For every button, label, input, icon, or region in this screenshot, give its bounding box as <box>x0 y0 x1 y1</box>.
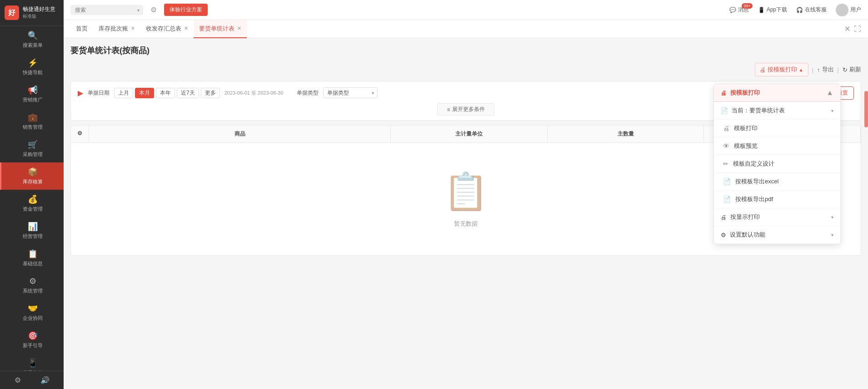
date-btn-上月[interactable]: 上月 <box>114 88 133 98</box>
sidebar-icon-finance: 💰 <box>28 194 38 204</box>
dropdown-close-icon[interactable]: ▲ <box>826 89 833 97</box>
sidebar-label-system: 系统管理 <box>23 288 43 294</box>
print-button[interactable]: 🖨 按模板打印 ▲ <box>755 63 808 76</box>
app-download-label: App下载 <box>767 6 787 14</box>
set-default-item[interactable]: ⚙ 设置默认功能 ▾ <box>714 226 840 244</box>
date-btn-本月[interactable]: 本月 <box>135 88 154 98</box>
sidebar-icon-shortcut: ⚡ <box>28 58 38 68</box>
search-input[interactable] <box>70 5 143 15</box>
topbar: ⚙ 体验行业方案 💬 消息 99+ 📱 App下载 🎧 在线客服 用户 <box>64 0 868 20</box>
tab-receipt_summary[interactable]: 收发存汇总表✕ <box>140 20 194 38</box>
print-dropdown-title: 🖨 按模板打印 <box>721 89 760 97</box>
type-select[interactable]: 单据类型 <box>323 87 378 98</box>
tab-inventory_batch[interactable]: 库存批次账✕ <box>93 20 140 38</box>
refresh-button[interactable]: ↻ 刷新 <box>843 66 861 74</box>
sidebar-item-newbie[interactable]: 🎯新手引导 <box>0 326 64 354</box>
tab-label-receipt_summary: 收发存汇总表 <box>146 25 181 33</box>
tab-label-order_summary: 要货单统计表 <box>199 25 234 33</box>
export-button[interactable]: ↑ 导出 <box>817 66 834 74</box>
display-print-item[interactable]: 🖨 按显示打印 ▾ <box>714 208 840 226</box>
settings-icon[interactable]: ⚙ <box>15 376 21 384</box>
display-print-left: 🖨 按显示打印 <box>721 213 760 221</box>
date-btn-本年[interactable]: 本年 <box>156 88 175 98</box>
online-service-label: 在线客服 <box>805 6 827 14</box>
sidebar-item-marketing[interactable]: 📢营销推广 <box>0 81 64 108</box>
sidebar-item-basic[interactable]: 📋基础信息 <box>0 244 64 272</box>
speaker-icon[interactable]: 🔊 <box>40 376 50 384</box>
type-select-wrap: 单据类型 <box>323 87 378 98</box>
sidebar-label-enterprise: 企业协同 <box>23 315 43 322</box>
notification-item[interactable]: 💬 消息 99+ <box>729 6 749 14</box>
sidebar-item-search[interactable]: 🔍搜索菜单 <box>0 26 64 53</box>
maximize-window-icon[interactable]: ⛶ <box>854 25 861 33</box>
divider-2: | <box>838 66 839 73</box>
scroll-indicator[interactable] <box>864 91 868 127</box>
current-template-item[interactable]: 📄 当前：要货单统计表 ▾ <box>714 102 840 120</box>
export-label: 导出 <box>822 66 834 74</box>
set-default-left: ⚙ 设置默认功能 <box>721 231 765 239</box>
sidebar-item-finance[interactable]: 💰资金管理 <box>0 190 64 217</box>
sidebar-icon-apps: 📱 <box>28 358 38 368</box>
page-title: 要货单统计表(按商品) <box>70 45 861 56</box>
sidebar-item-system[interactable]: ⚙系统管理 <box>0 272 64 299</box>
sidebar-label-shortcut: 快捷导航 <box>23 69 43 76</box>
filter-toggle-icon[interactable]: ▶ <box>78 89 83 97</box>
date-range: 2023-06-01 至 2023-06-30 <box>224 90 284 96</box>
sidebar-label-sales: 销售管理 <box>23 124 43 131</box>
print-expand-icon: ▲ <box>799 67 803 72</box>
print-item-label-template_design: 模板自定义设计 <box>733 160 774 168</box>
sidebar-item-enterprise[interactable]: 🤝企业协同 <box>0 299 64 326</box>
print-item-template_print[interactable]: 🖨模板打印 <box>714 120 840 137</box>
tab-close-order_summary[interactable]: ✕ <box>237 25 241 31</box>
expand-more-button[interactable]: ≡ 展开更多条件 <box>437 103 494 116</box>
date-btn-更多[interactable]: 更多 <box>201 88 220 98</box>
tab-close-receipt_summary[interactable]: ✕ <box>184 25 188 31</box>
user-item[interactable]: 用户 <box>836 4 861 16</box>
date-btn-近7天[interactable]: 近7天 <box>177 88 199 98</box>
tab-home[interactable]: 首页 <box>70 20 93 38</box>
sidebar-item-operation[interactable]: 📊经营管理 <box>0 217 64 244</box>
app-download-icon: 📱 <box>758 7 765 13</box>
current-template-left: 📄 当前：要货单统计表 <box>721 106 785 115</box>
app-download-item[interactable]: 📱 App下载 <box>758 6 787 14</box>
display-print-chevron: ▾ <box>831 215 833 220</box>
sidebar-item-apps[interactable]: 📱应用中心 <box>0 354 64 371</box>
gear-icon[interactable]: ⚙ <box>150 5 157 14</box>
tab-close-inventory_batch[interactable]: ✕ <box>131 25 135 31</box>
logo-icon: 好 <box>5 5 19 20</box>
sidebar-item-inventory[interactable]: 📦库存核算 <box>0 162 64 190</box>
tab-bar: 首页库存批次账✕收发存汇总表✕要货单统计表✕ ✕ ⛶ <box>64 20 868 38</box>
empty-text: 暂无数据 <box>454 220 478 228</box>
set-default-chevron: ▾ <box>831 232 833 237</box>
sidebar-icon-enterprise: 🤝 <box>28 303 38 313</box>
tab-label-home: 首页 <box>76 25 88 33</box>
online-service-item[interactable]: 🎧 在线客服 <box>796 6 827 14</box>
sidebar-item-sales[interactable]: 💼销售管理 <box>0 108 64 135</box>
refresh-icon: ↻ <box>843 66 848 73</box>
sidebar-label-purchase: 采购管理 <box>23 151 43 158</box>
print-item-label-export_excel: 按模板导出excel <box>735 177 778 186</box>
trial-button[interactable]: 体验行业方案 <box>164 4 208 16</box>
sidebar-item-shortcut[interactable]: ⚡快捷导航 <box>0 53 64 81</box>
print-item-template_preview[interactable]: 👁模板预览 <box>714 137 840 155</box>
print-item-label-template_print: 模板打印 <box>734 124 758 132</box>
avatar <box>836 4 848 16</box>
expand-label: 展开更多条件 <box>452 106 485 113</box>
top-actions: 🖨 按模板打印 ▲ | ↑ 导出 | ↻ 刷新 <box>70 63 861 76</box>
display-print-label: 按显示打印 <box>730 213 760 221</box>
sidebar-label-newbie: 新手引导 <box>23 342 43 349</box>
current-template-icon: 📄 <box>721 107 728 114</box>
print-item-export_excel[interactable]: 📄按模板导出excel <box>714 173 840 191</box>
print-item-template_design[interactable]: ✏模板自定义设计 <box>714 155 840 173</box>
export-icon: ↑ <box>817 66 820 73</box>
sidebar-nav: 🔍搜索菜单⚡快捷导航📢营销推广💼销售管理🛒采购管理📦库存核算💰资金管理📊经营管理… <box>0 26 64 371</box>
print-item-label-export_pdf: 按模板导出pdf <box>735 195 773 203</box>
close-window-icon[interactable]: ✕ <box>844 25 850 33</box>
sidebar-item-purchase[interactable]: 🛒采购管理 <box>0 135 64 162</box>
print-item-export_pdf[interactable]: 📄按模板导出pdf <box>714 191 840 208</box>
tab-label-inventory_batch: 库存批次账 <box>99 25 128 33</box>
tab-order_summary[interactable]: 要货单统计表✕ <box>194 20 247 38</box>
expand-icon: ≡ <box>447 106 450 113</box>
sidebar-icon-system: ⚙ <box>29 276 36 286</box>
sidebar-icon-search: 🔍 <box>28 30 38 40</box>
